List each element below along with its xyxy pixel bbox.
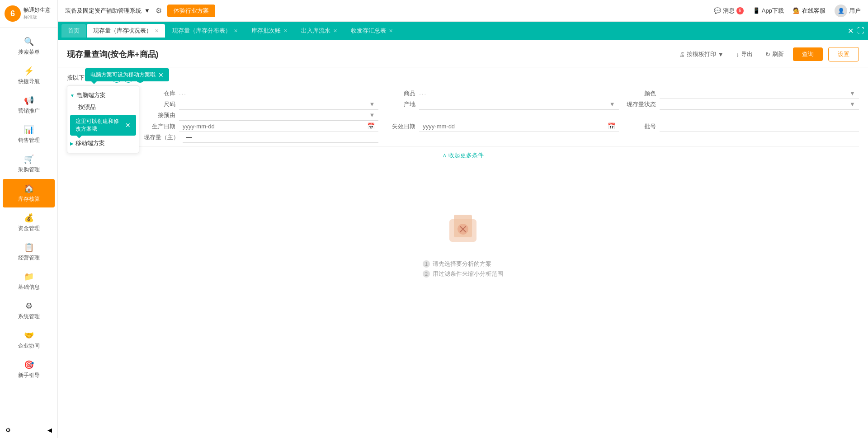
tab-inventory-dist-close[interactable]: ✕: [234, 28, 238, 34]
tab-batch-close[interactable]: ✕: [283, 28, 288, 34]
money-icon: 💰: [24, 213, 34, 223]
message-icon: 💬: [714, 7, 721, 14]
sidebar-item-enterprise[interactable]: 🤝 企业协同: [3, 326, 55, 354]
refresh-label: 刷新: [772, 50, 784, 58]
filter-row-1: 仓库 ··· 商品 ··· 颜色 ▼: [144, 88, 859, 99]
tab-home-label: 首页: [68, 27, 80, 35]
origin-label: 产地: [384, 100, 415, 108]
sidebar-item-sales[interactable]: 📊 销售管理: [3, 120, 55, 149]
sidebar-item-inventory-label: 库存核算: [18, 195, 40, 203]
collapse-bar[interactable]: ∧ 收起更多条件: [67, 146, 859, 164]
batch-no-label: 批号: [624, 122, 656, 131]
filter-row-5: 现存量（主）: [144, 132, 859, 143]
support-button[interactable]: 💁 在线客服: [793, 7, 826, 15]
sidebar-item-operation[interactable]: 📋 经营管理: [3, 238, 55, 266]
scheme-panel: ▼ 电脑端方案 按照品 这里可以创建和修改方案哦 ✕ ▶: [67, 85, 139, 153]
source-label: 接预由: [144, 111, 175, 119]
calendar-icon-2: 📅: [608, 122, 615, 130]
tab-inout-flow-close[interactable]: ✕: [333, 28, 337, 34]
target-icon: 🎯: [24, 360, 34, 370]
color-dropdown-icon: ▼: [849, 90, 855, 97]
sidebar-item-basic-label: 基础信息: [18, 283, 40, 291]
tooltip2-content: 这里可以创建和修改方案哦 ✕: [70, 115, 136, 136]
user-menu[interactable]: 👤 用户: [835, 5, 861, 17]
app-download-button[interactable]: 📱 App下载: [753, 7, 784, 15]
app-label: App下载: [762, 7, 784, 15]
sidebar-footer: ⚙ ◀: [0, 422, 57, 438]
refresh-button[interactable]: ↻ 刷新: [762, 48, 788, 60]
produce-date-label: 生产日期: [144, 122, 175, 131]
size-select[interactable]: ▼: [179, 99, 378, 110]
reset-button[interactable]: 设置: [828, 47, 859, 61]
sidebar-item-purchase[interactable]: 🛒 采购管理: [3, 150, 55, 178]
expire-date-field[interactable]: [423, 123, 605, 130]
expire-date-input[interactable]: 📅: [419, 121, 618, 132]
print-label: 按模板打印: [687, 50, 716, 58]
tab-batch[interactable]: 库存批次账 ✕: [245, 24, 294, 38]
sidebar-collapse-icon[interactable]: ◀: [47, 427, 52, 433]
tooltip1-text: 电脑方案可设为移动方案哦: [90, 71, 156, 79]
print-button[interactable]: 🖨 按模板打印 ▼: [675, 48, 727, 60]
source-select[interactable]: ▼: [179, 110, 378, 121]
field-expire-date: 失效日期 📅: [384, 121, 618, 132]
field-warehouse: 仓库 ···: [144, 89, 378, 98]
empty-svg: [440, 206, 486, 251]
produce-date-input[interactable]: 📅: [179, 121, 378, 132]
warehouse-label: 仓库: [144, 89, 175, 98]
empty-step-1-text: 请先选择要分析的方案: [433, 260, 491, 268]
settings-icon[interactable]: ⚙: [156, 6, 162, 15]
tooltip1-close[interactable]: ✕: [158, 71, 164, 79]
sidebar-item-finance[interactable]: 💰 资金管理: [3, 208, 55, 237]
sidebar-item-guide[interactable]: 🎯 新手引导: [3, 355, 55, 384]
field-produce-date: 生产日期 📅: [144, 121, 378, 132]
sidebar-item-search[interactable]: 🔍 搜索菜单: [3, 32, 55, 61]
mobile-scheme-arrow: ▶: [70, 141, 74, 146]
tab-receive-send-close[interactable]: ✕: [389, 28, 393, 34]
folder-icon: 📁: [24, 272, 34, 282]
user-label: 用户: [849, 7, 861, 15]
inventory-status-select[interactable]: ▼: [660, 99, 859, 110]
fullscreen-icon[interactable]: ⛶: [857, 27, 864, 35]
tab-bar-actions: ✕ ⛶: [848, 27, 864, 35]
try-industry-button[interactable]: 体验行业方案: [167, 5, 215, 17]
page-title: 现存量查询(按仓库+商品): [67, 49, 159, 60]
export-button[interactable]: ↓ 导出: [733, 48, 757, 60]
tab-home[interactable]: 首页: [61, 24, 86, 38]
tooltip1: 电脑方案可设为移动方案哦 ✕: [85, 68, 169, 81]
tab-inventory-status-close[interactable]: ✕: [155, 28, 159, 34]
sidebar-item-quick-nav[interactable]: ⚡ 快捷导航: [3, 61, 55, 90]
sidebar-item-marketing[interactable]: 📢 营销推广: [3, 91, 55, 119]
scheme-item-mobile[interactable]: ▶ 移动端方案: [67, 137, 139, 149]
scheme-item-by-product[interactable]: 按照品: [67, 101, 139, 113]
sidebar-item-inventory[interactable]: 🏠 库存核算: [3, 179, 55, 207]
origin-select[interactable]: ▼: [419, 99, 618, 110]
search-icon: 🔍: [24, 37, 34, 47]
batch-no-input[interactable]: [660, 121, 859, 132]
chart-icon: 📊: [24, 125, 34, 135]
tab-inventory-dist[interactable]: 现存量（库存分布表） ✕: [166, 24, 244, 38]
sidebar-item-system[interactable]: ⚙ 系统管理: [3, 297, 55, 325]
query-button[interactable]: 查询: [793, 47, 823, 61]
product-input[interactable]: ···: [419, 90, 427, 97]
color-select[interactable]: ▼: [660, 88, 859, 99]
field-batch-no: 批号: [624, 121, 859, 132]
produce-date-field[interactable]: [183, 123, 365, 130]
tab-receive-send[interactable]: 收发存汇总表 ✕: [344, 24, 399, 38]
sidebar-settings-icon[interactable]: ⚙: [5, 427, 11, 433]
scheme-item-pc[interactable]: ▼ 电脑端方案: [67, 89, 139, 101]
message-badge: 6: [736, 7, 744, 14]
filter-row-2: 尺码 ▼ 产地 ▼: [144, 99, 859, 110]
collapse-icon: ∧: [442, 152, 447, 159]
sidebar-item-basic[interactable]: 📁 基础信息: [3, 267, 55, 296]
message-button[interactable]: 💬 消息 6: [714, 7, 744, 15]
warehouse-input[interactable]: ···: [179, 90, 187, 97]
close-all-tabs-icon[interactable]: ✕: [848, 27, 854, 35]
header-right: 💬 消息 6 📱 App下载 💁 在线客服 👤 用户: [714, 5, 861, 17]
sidebar-item-quick-nav-label: 快捷导航: [18, 78, 40, 85]
inventory-qty-input[interactable]: [183, 132, 378, 143]
clipboard-icon: 📋: [24, 242, 34, 252]
field-product: 商品 ···: [384, 89, 618, 98]
tab-inventory-status[interactable]: 现存量（库存状况表） ✕: [87, 24, 165, 38]
tab-inout-flow[interactable]: 出入库流水 ✕: [295, 24, 344, 38]
tooltip2-close[interactable]: ✕: [125, 122, 131, 129]
